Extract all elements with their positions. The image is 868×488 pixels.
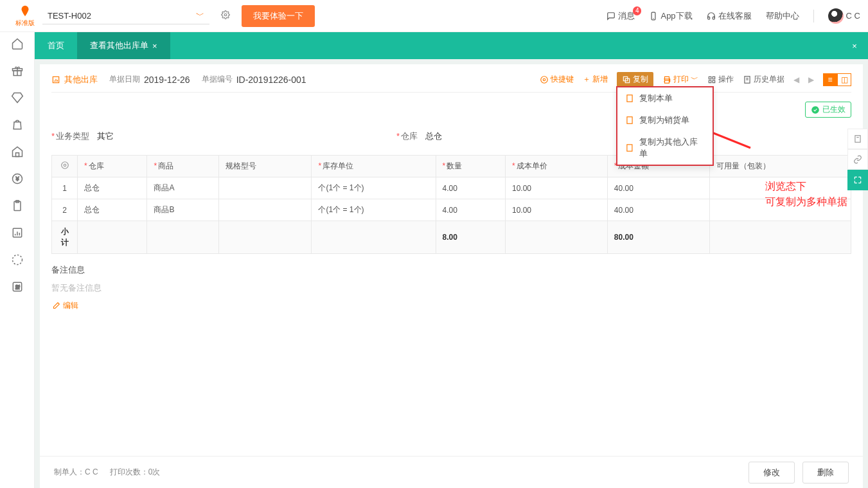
tabs-close-all[interactable]: ×	[841, 32, 868, 59]
left-nav: ¥ 新	[0, 32, 35, 488]
dd-copy-sales[interactable]: 复制为销货单	[617, 109, 713, 131]
user-name: C C	[846, 11, 860, 21]
avatar-icon	[828, 8, 844, 24]
nav-warehouse-icon[interactable]	[11, 145, 24, 158]
tab-close-icon[interactable]: ×	[152, 41, 157, 51]
table-row[interactable]: 2 总仓 商品B 个(1个 = 1个) 4.00 10.00 40.00	[52, 199, 851, 221]
messages-badge: 4	[633, 6, 642, 15]
th-qty: *数量	[436, 156, 505, 177]
th-unit: *库存单位	[312, 156, 436, 177]
items-table: *仓库 *商品 规格型号 *库存单位 *数量 *成本单价 *成本金额 可用量（包…	[51, 155, 851, 254]
settings-icon[interactable]	[221, 10, 230, 21]
svg-point-32	[811, 106, 819, 114]
history-action[interactable]: 历史单据	[743, 74, 784, 85]
divider	[813, 10, 814, 23]
right-rail	[847, 129, 868, 190]
messages-button[interactable]: 消息 4	[607, 10, 635, 22]
nav-clipboard-icon[interactable]	[11, 199, 24, 212]
th-spec: 规格型号	[218, 156, 312, 177]
next-doc-icon[interactable]: ▶	[808, 75, 814, 84]
doc-title: 其他出库	[64, 74, 98, 86]
svg-point-0	[224, 14, 227, 16]
svg-rect-21	[709, 77, 711, 79]
remark-edit-button[interactable]: 编辑	[51, 300, 851, 311]
view-list-icon[interactable]: ≡	[823, 73, 837, 86]
svg-point-33	[64, 164, 66, 167]
th-warehouse: *仓库	[78, 156, 147, 177]
svg-point-34	[61, 162, 68, 169]
doc-no-label: 单据编号	[202, 74, 233, 85]
dd-copy-inbound[interactable]: 复制为其他入库单	[617, 131, 713, 165]
th-settings[interactable]	[52, 156, 78, 177]
tenant-name: TEST-H002	[48, 11, 91, 21]
print-action[interactable]: 打印﹀	[662, 74, 698, 85]
add-action[interactable]: ＋新增	[583, 74, 608, 85]
download-label: App下载	[660, 10, 692, 22]
nav-new-icon[interactable]: 新	[11, 280, 24, 293]
nav-home-icon[interactable]	[11, 37, 24, 50]
copy-dropdown: 复制本单 复制为销货单 复制为其他入库单	[616, 86, 714, 166]
doc-no-value: ID-20191226-001	[236, 75, 306, 85]
doc-date-value: 2019-12-26	[144, 75, 190, 85]
remark-empty: 暂无备注信息	[51, 276, 851, 300]
svg-rect-29	[627, 117, 632, 124]
svg-rect-30	[627, 145, 632, 151]
doc-date-meta: 单据日期 2019-12-26	[109, 74, 190, 85]
topbar: 标准版 TEST-H002 ﹀ 我要体验一下 消息 4 App下载 在线客服	[0, 0, 868, 32]
svg-rect-6	[15, 153, 19, 157]
tab-home[interactable]: 首页	[35, 32, 77, 59]
app-download[interactable]: App下载	[649, 10, 692, 22]
tenant-selector[interactable]: TEST-H002 ﹀	[42, 7, 209, 24]
svg-point-16	[543, 78, 545, 81]
help-center[interactable]: 帮助中心	[766, 10, 799, 22]
rail-link-icon[interactable]	[847, 149, 868, 170]
service-label: 在线客服	[718, 10, 752, 22]
chevron-down-icon: ﹀	[691, 74, 698, 85]
nav-report-icon[interactable]	[11, 226, 24, 239]
tab-home-label: 首页	[48, 40, 64, 51]
svg-rect-28	[627, 95, 632, 102]
svg-rect-20	[665, 80, 669, 83]
rail-note-icon[interactable]	[847, 129, 868, 149]
svg-rect-24	[713, 80, 715, 83]
svg-rect-23	[709, 80, 711, 83]
svg-text:新: 新	[15, 285, 19, 289]
user-menu[interactable]: C C	[828, 8, 860, 24]
subtotal-row: 小计 8.00 80.00	[52, 221, 851, 254]
view-grid-icon[interactable]: ◫	[837, 73, 851, 86]
doc-type-tab[interactable]: 其他出库	[51, 74, 98, 86]
svg-point-12	[12, 255, 22, 265]
ops-action[interactable]: 操作	[707, 74, 734, 85]
th-product: *商品	[147, 156, 218, 177]
shortcut-action[interactable]: 快捷键	[540, 74, 574, 85]
nav-sync-icon[interactable]	[11, 253, 24, 266]
prev-doc-icon[interactable]: ◀	[793, 75, 799, 84]
field-warehouse: *仓库 总仓	[396, 131, 442, 142]
table-row[interactable]: 1 总仓 商品A 个(1个 = 1个) 4.00 10.00 40.00	[52, 177, 851, 199]
tab-current[interactable]: 查看其他出库单 ×	[77, 32, 170, 59]
trial-button[interactable]: 我要体验一下	[242, 5, 315, 27]
maker-info: 制单人：C C	[54, 467, 98, 478]
biztype-value: 其它	[97, 131, 114, 142]
svg-rect-22	[713, 77, 715, 79]
page-tabs: 首页 查看其他出库单 × ×	[35, 32, 868, 59]
nav-gift-icon[interactable]	[11, 64, 24, 77]
th-avail: 可用量（包装）	[709, 156, 851, 177]
warehouse-value: 总仓	[425, 131, 442, 142]
copy-action[interactable]: 复制	[617, 72, 653, 87]
delete-button[interactable]: 删除	[802, 462, 849, 483]
nav-money-icon[interactable]: ¥	[11, 172, 24, 185]
rail-expand-icon[interactable]	[847, 170, 868, 190]
svg-rect-35	[855, 136, 860, 143]
print-count: 打印次数：0次	[110, 467, 161, 478]
nav-bag-icon[interactable]	[11, 118, 24, 131]
th-uprice: *成本单价	[506, 156, 608, 177]
nav-diamond-icon[interactable]	[11, 91, 24, 104]
status-badge: 已生效	[805, 102, 851, 118]
modify-button[interactable]: 修改	[748, 462, 795, 483]
help-label: 帮助中心	[766, 10, 799, 22]
dd-copy-self[interactable]: 复制本单	[617, 87, 713, 109]
remark-title: 备注信息	[51, 264, 851, 276]
chevron-down-icon: ﹀	[196, 10, 204, 21]
online-service[interactable]: 在线客服	[707, 10, 752, 22]
